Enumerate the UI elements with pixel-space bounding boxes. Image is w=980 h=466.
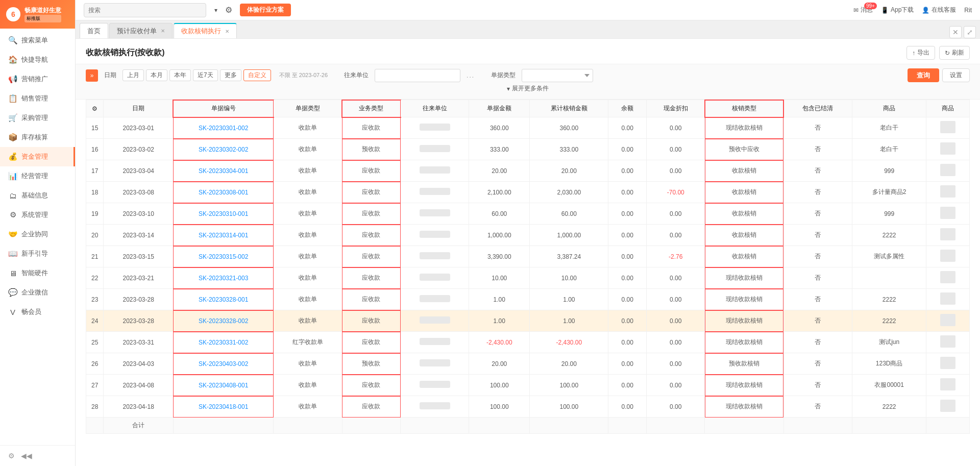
- row-goods2: [926, 182, 970, 203]
- doc-link[interactable]: SK-20230328-001: [199, 296, 248, 303]
- tab-label: 收款核销执行: [181, 27, 221, 36]
- total-cell-6: [469, 418, 530, 434]
- doc-link[interactable]: SK-20230408-001: [199, 382, 248, 389]
- sidebar-label-operation: 经营管理: [21, 171, 48, 181]
- tab-收款核销执行[interactable]: 收款核销执行✕: [174, 23, 237, 38]
- date-btn-本年[interactable]: 本年: [169, 69, 191, 81]
- tab-close-btn[interactable]: ✕: [161, 28, 165, 34]
- topbar-user[interactable]: Rit: [964, 7, 972, 14]
- row-biztype: 应收款: [342, 160, 400, 182]
- row-docno[interactable]: SK-20230408-001: [173, 375, 273, 396]
- date-btn-本月[interactable]: 本月: [146, 69, 167, 81]
- tab-预计应收付单[interactable]: 预计应收付单✕: [109, 23, 173, 38]
- row-cashdisc: 0.00: [647, 375, 705, 396]
- row-docno[interactable]: SK-20230310-001: [173, 203, 273, 225]
- row-cashdisc: 0.00: [647, 267, 705, 289]
- doc-link[interactable]: SK-20230328-002: [199, 317, 248, 325]
- doc-link[interactable]: SK-20230304-001: [199, 167, 248, 175]
- filter-toggle-btn[interactable]: »: [86, 69, 98, 82]
- sidebar-item-sales[interactable]: 📋销售管理: [0, 89, 75, 108]
- sidebar-collapse-btn[interactable]: ◀◀: [21, 452, 32, 460]
- sidebar-item-operation[interactable]: 📊经营管理: [0, 166, 75, 186]
- sidebar-label-search: 搜索菜单: [21, 36, 48, 45]
- sidebar-item-system[interactable]: ⚙系统管理: [0, 205, 75, 225]
- row-docno[interactable]: SK-20230301-002: [173, 117, 273, 139]
- sidebar-bottom: ⚙ ◀◀: [0, 445, 75, 466]
- sidebar-item-search[interactable]: 🔍搜索菜单: [0, 31, 75, 50]
- topbar-service-btn[interactable]: 👤 在线客服: [922, 6, 956, 14]
- row-docno[interactable]: SK-20230302-002: [173, 139, 273, 160]
- tab-close-all-btn[interactable]: ✕: [949, 26, 962, 38]
- row-doctype: 收款单: [274, 267, 342, 289]
- row-docno[interactable]: SK-20230418-001: [173, 396, 273, 418]
- date-btn-更多[interactable]: 更多: [220, 69, 241, 81]
- date-btn-近7天[interactable]: 近7天: [193, 69, 218, 81]
- doc-link[interactable]: SK-20230403-002: [199, 360, 248, 367]
- doc-link[interactable]: SK-20230321-003: [199, 275, 248, 282]
- date-btn-上月[interactable]: 上月: [122, 69, 144, 81]
- sidebar-item-marketing[interactable]: 📢营销推广: [0, 69, 75, 89]
- sidebar-item-member[interactable]: V畅会员: [0, 302, 75, 322]
- tab-首页[interactable]: 首页: [80, 23, 108, 38]
- date-btn-custom[interactable]: 自定义: [243, 69, 271, 81]
- doc-link[interactable]: SK-20230314-001: [199, 232, 248, 239]
- filter-settings-btn[interactable]: 设置: [942, 68, 970, 82]
- row-partner: [401, 139, 469, 160]
- expand-more-btn[interactable]: ▾ 展开更多条件: [86, 82, 970, 95]
- tab-maximize-btn[interactable]: ⤢: [964, 26, 976, 38]
- refresh-btn[interactable]: ↻ 刷新: [939, 46, 970, 60]
- row-docno[interactable]: SK-20230315-002: [173, 246, 273, 267]
- topbar-dropdown[interactable]: ▾: [214, 7, 217, 14]
- row-amount: 20.00: [469, 353, 530, 375]
- sidebar-item-guide[interactable]: 📖新手引导: [0, 244, 75, 263]
- row-docno[interactable]: SK-20230403-002: [173, 353, 273, 375]
- doc-link[interactable]: SK-20230308-001: [199, 189, 248, 196]
- row-wotype: 收款核销: [705, 182, 783, 203]
- filter-partner-input[interactable]: [375, 69, 460, 82]
- tab-close-btn[interactable]: ✕: [225, 29, 229, 34]
- row-docno[interactable]: SK-20230321-003: [173, 267, 273, 289]
- row-docno[interactable]: SK-20230314-001: [173, 225, 273, 246]
- total-cell-4: [342, 418, 400, 434]
- content-area: 收款核销执行(按收款) ↑ 导出 ↻ 刷新 » 日期 上月本月本年近7天更多自定…: [76, 39, 980, 466]
- row-docno[interactable]: SK-20230328-002: [173, 310, 273, 332]
- row-docno[interactable]: SK-20230308-001: [173, 182, 273, 203]
- filter-doctype-select[interactable]: [522, 69, 593, 82]
- corp-icon: 🤝: [8, 230, 17, 239]
- col-header-3: 单据类型: [274, 100, 342, 117]
- sidebar-item-corp[interactable]: 🤝企业协同: [0, 225, 75, 244]
- sidebar-item-quicknav[interactable]: 🏠快捷导航: [0, 50, 75, 69]
- tab-label: 预计应收付单: [117, 27, 157, 36]
- sidebar-item-purchase[interactable]: 🛒采购管理: [0, 108, 75, 128]
- row-docno[interactable]: SK-20230331-002: [173, 332, 273, 353]
- doc-link[interactable]: SK-20230315-002: [199, 253, 248, 260]
- sidebar-item-hardware[interactable]: 🖥智能硬件: [0, 263, 75, 283]
- query-btn[interactable]: 查询: [908, 68, 939, 82]
- row-cashdisc: 0.00: [647, 310, 705, 332]
- topbar-solution-btn[interactable]: 体验行业方案: [240, 4, 291, 16]
- blurred-text: [420, 274, 450, 281]
- doc-link[interactable]: SK-20230302-002: [199, 146, 248, 153]
- row-docno[interactable]: SK-20230328-001: [173, 289, 273, 310]
- sidebar-item-inventory[interactable]: 📦库存核算: [0, 128, 75, 147]
- row-doctype: 收款单: [274, 246, 342, 267]
- topbar-message-btn[interactable]: ✉ 消息 99+: [853, 6, 873, 14]
- topbar-gear-btn[interactable]: ⚙: [222, 3, 236, 17]
- sidebar-item-wechat[interactable]: 💬企业微信: [0, 283, 75, 302]
- row-amount: 100.00: [469, 396, 530, 418]
- sidebar-settings-btn[interactable]: ⚙: [8, 452, 15, 460]
- topbar-app-btn[interactable]: 📱 App下载: [881, 6, 914, 14]
- topbar-search-input[interactable]: [84, 3, 206, 17]
- doc-link[interactable]: SK-20230331-002: [199, 339, 248, 346]
- row-partner: [401, 375, 469, 396]
- row-goods1: 123D商品: [852, 353, 926, 375]
- export-btn[interactable]: ↑ 导出: [906, 46, 935, 60]
- doc-link[interactable]: SK-20230301-002: [199, 125, 248, 132]
- filter-date-range: 不限 至 2023-07-26: [279, 71, 328, 79]
- sidebar-item-basic[interactable]: 🗂基础信息: [0, 186, 75, 205]
- row-docno[interactable]: SK-20230304-001: [173, 160, 273, 182]
- sidebar-item-finance[interactable]: 💰资金管理: [0, 147, 75, 166]
- doc-link[interactable]: SK-20230310-001: [199, 210, 248, 217]
- doc-link[interactable]: SK-20230418-001: [199, 403, 248, 410]
- row-inclsettled: 否: [783, 203, 852, 225]
